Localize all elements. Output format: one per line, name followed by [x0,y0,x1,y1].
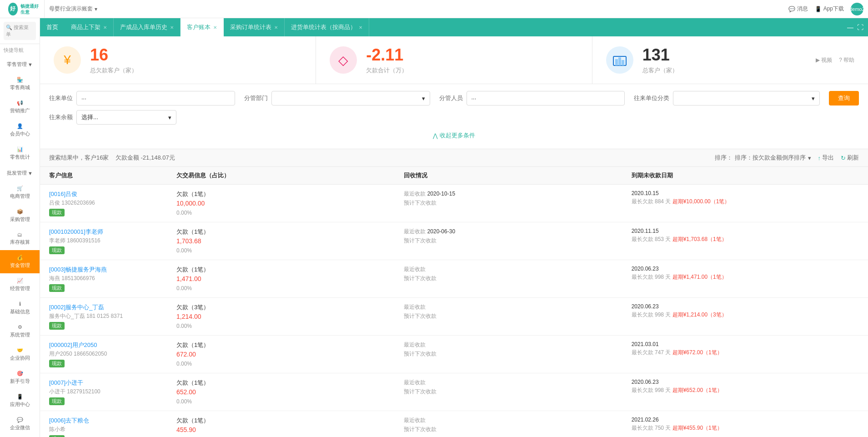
collect-cell-6: 最近收款 预计下次收款 [404,417,631,433]
sidebar-item-inventory[interactable]: 🗂 库存核算 [0,227,40,250]
unit-class-select[interactable]: ▾ [673,91,820,105]
sidebar-item-member[interactable]: 👤 会员中心 [0,119,40,142]
debt-label-2: 欠款（1笔） [176,266,404,274]
overdue-link-3[interactable]: 超期¥1,214.00（3笔） [672,311,727,318]
summary-card-2: ◇ -2.11 欠款合计（万） [316,36,592,84]
sidebar-item-guide[interactable]: 🎯 新手引导 [0,366,40,389]
overdue-link-0[interactable]: 超期¥10,000.00（1笔） [672,198,730,205]
debt-cell-2: 欠款（1笔） 1,471.00 0.00% [176,266,404,291]
due-date-5: 2020.06.23 [632,379,859,385]
customer-cell-1: [0001020001]李老师 李老师 18600391516 现款 [49,228,176,254]
debt-amount-2[interactable]: 1,471.00 [176,275,404,282]
tab-purchase-order[interactable]: 采购订单统计表 ✕ [224,18,285,36]
dept-select[interactable]: ▾ [271,91,430,105]
card-icon-1: ¥ [54,46,81,74]
debt-cell-4: 欠款（1笔） 672.00 0.00% [176,341,404,367]
tab-purchase-order-close[interactable]: ✕ [274,25,278,30]
sidebar-item-operations[interactable]: 📈 经营管理 [0,273,40,296]
debt-amount-4[interactable]: 672.00 [176,351,404,358]
sidebar-item-basic-info[interactable]: ℹ 基础信息 [0,296,40,320]
person-input[interactable]: ··· [467,91,625,105]
tab-customer-account[interactable]: 客户账本 ✕ [181,18,224,36]
customer-name-link-5[interactable]: [0007]小迸干 [49,379,176,387]
search-button[interactable]: 查询 [829,91,859,105]
tab-inbound-stats-label: 进货单统计表（按商品） [291,23,356,31]
minimize-icon[interactable]: — [847,24,853,31]
card-value-3: 131 [642,45,678,65]
sidebar-item-retail-mgmt[interactable]: 零售管理 ▼ [0,56,40,72]
company-select[interactable]: 母婴行业演示账套 ▾ [49,5,97,13]
debt-amount-6[interactable]: 455.90 [176,426,404,433]
balance-select[interactable]: 选择... ▾ [76,110,176,125]
app-download-button[interactable]: 📱 App下载 [815,5,844,13]
help-button[interactable]: ? 帮助 [839,56,854,64]
company-name: 母婴行业演示账套 [49,5,93,13]
video-button[interactable]: ▶ 视频 [816,56,832,64]
export-button[interactable]: ↑ 导出 [818,154,834,162]
from-unit-input[interactable]: ··· [76,91,235,105]
sidebar-item-app-center[interactable]: 📱 应用中心 [0,389,40,412]
overdue-link-1[interactable]: 超期¥1,703.68（1笔） [672,236,727,242]
sidebar-item-batch-mgmt[interactable]: 批发管理 ▼ [0,165,40,181]
next-collect-3: 预计下次收款 [404,312,631,320]
sidebar-item-wechat[interactable]: 💬 企业微信 [0,412,40,436]
logo-area: 好 畅捷通好生意 [5,0,45,18]
ecommerce-icon: 🛒 [17,186,23,191]
tab-inbound-stats-close[interactable]: ✕ [359,25,362,30]
customer-name-link-4[interactable]: [000002]用户2050 [49,341,176,349]
user-avatar[interactable]: demo2 [851,3,863,15]
customer-name-link-2[interactable]: [0003]畅捷服务尹海燕 [49,266,176,274]
customer-name-link-0[interactable]: [0016]吕俊 [49,190,176,198]
debt-amount-3[interactable]: 1,214.00 [176,313,404,320]
content-area: 首页 商品上下架 ✕ 产成品入库单历史 ✕ 客户账本 ✕ 采购订单统计表 ✕ [40,18,868,437]
customer-name-link-3[interactable]: [0002]服务中心_丁磊 [49,303,176,311]
sort-selector[interactable]: 排序： 排序：按欠款金额倒序排序 ▾ [715,154,811,162]
table-row: [000002]用户2050 用户2050 18665062050 现款 欠款（… [40,336,868,373]
debt-amount-1[interactable]: 1,703.68 [176,237,404,245]
overdue-link-2[interactable]: 超期¥1,471.00（1笔） [672,274,727,280]
overdue-link-4[interactable]: 超期¥672.00（1笔） [672,349,722,356]
summary-card-1: ¥ 16 总欠款客户（家） [40,36,316,84]
retail-mgmt-label: 零售管理 [7,61,27,68]
chevron-down-icon-dept: ▾ [422,95,425,102]
sidebar-item-marketing[interactable]: 📢 营销推广 [0,95,40,119]
search-menu-button[interactable]: 🔍 搜索菜单 [4,22,36,40]
table-row: [0002]服务中心_丁磊 服务中心_丁磊 181 0125 8371 现款 欠… [40,298,868,336]
customer-phone-3: 服务中心_丁磊 181 0125 8371 [49,312,176,320]
sidebar-item-ecommerce[interactable]: 🛒 电商管理 [0,181,40,204]
sidebar-item-retail-mall[interactable]: 🏪 零售商城 [0,72,40,95]
overdue-link-6[interactable]: 超期¥455.90（1笔） [672,425,722,431]
debt-amount-0[interactable]: 10,000.00 [176,200,404,207]
inventory-label: 库存核算 [10,239,30,246]
message-button[interactable]: 💬 消息 [788,5,808,13]
sidebar-item-purchase[interactable]: 📦 采购管理 [0,204,40,227]
maximize-icon[interactable]: ⛶ [857,24,863,31]
tab-inbound-stats[interactable]: 进货单统计表（按商品） ✕ [285,18,369,36]
tab-product-history-close[interactable]: ✕ [170,25,174,30]
tab-home[interactable]: 首页 [40,18,65,36]
tab-product-listing-close[interactable]: ✕ [103,25,107,30]
customer-name-link-6[interactable]: [0006]去下粮仓 [49,417,176,425]
sidebar-item-retail-stats[interactable]: 📊 零售统计 [0,142,40,165]
due-date-2: 2020.06.23 [632,266,859,272]
debt-amount-5[interactable]: 652.00 [176,388,404,396]
card-info-3: 131 总客户（家） [642,45,678,75]
debt-label-1: 欠款（1笔） [176,228,404,236]
tab-product-listing[interactable]: 商品上下架 ✕ [65,18,114,36]
overdue-link-5[interactable]: 超期¥652.00（1笔） [672,387,722,393]
result-summary: 搜索结果中，客户16家 欠款金额 -21,148.07元 [49,154,175,162]
sidebar-item-system[interactable]: ⚙ 系统管理 [0,320,40,343]
debt-cell-5: 欠款（1笔） 652.00 0.00% [176,379,404,405]
sidebar-item-enterprise[interactable]: 🤝 企业协同 [0,343,40,366]
sidebar-item-finance[interactable]: 💰 资金管理 [0,250,40,273]
collapse-label: 收起更多条件 [440,131,475,140]
tab-customer-account-close[interactable]: ✕ [213,25,217,30]
basic-info-icon: ℹ [19,301,21,307]
ecommerce-label: 电商管理 [10,193,30,200]
app-wrapper: 好 畅捷通好生意 母婴行业演示账套 ▾ 💬 消息 📱 App下载 demo2 [0,0,868,437]
refresh-button[interactable]: ↻ 刷新 [841,154,859,162]
tab-customer-account-label: 客户账本 [187,23,211,31]
collapse-button[interactable]: ⋀ 收起更多条件 [49,129,859,142]
tab-product-history[interactable]: 产成品入库单历史 ✕ [114,18,181,36]
customer-name-link-1[interactable]: [0001020001]李老师 [49,228,176,236]
